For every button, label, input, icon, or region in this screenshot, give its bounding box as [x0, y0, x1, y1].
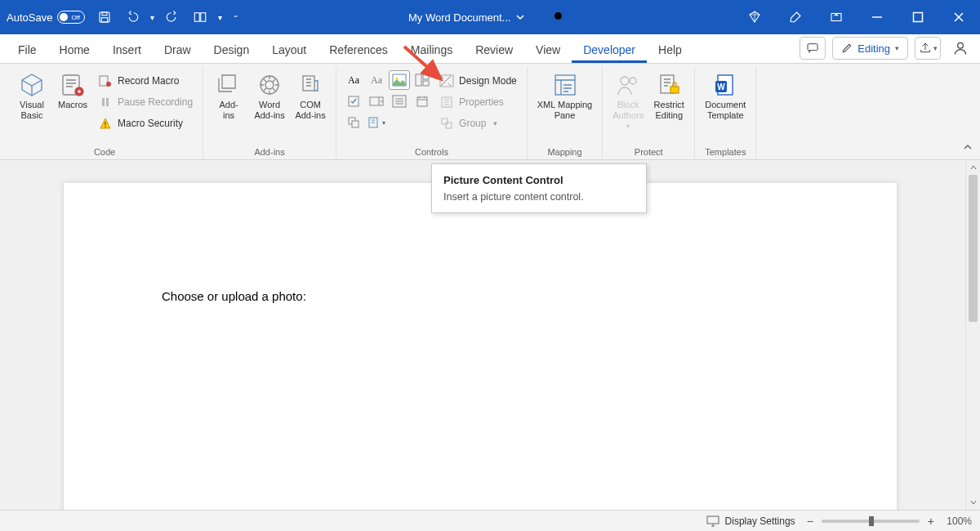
reading-view-icon[interactable] — [190, 7, 210, 27]
tab-design[interactable]: Design — [203, 38, 261, 63]
svg-rect-34 — [442, 118, 448, 124]
svg-rect-45 — [707, 516, 719, 524]
rich-text-control-icon[interactable]: Aa — [343, 70, 364, 90]
tab-help[interactable]: Help — [647, 38, 693, 63]
date-control-icon[interactable] — [412, 91, 433, 111]
scroll-up-icon[interactable] — [966, 160, 980, 175]
search-icon[interactable] — [550, 7, 569, 27]
autosave-toggle[interactable]: AutoSave Off — [7, 11, 85, 24]
scroll-down-icon[interactable] — [966, 495, 980, 510]
tab-review[interactable]: Review — [464, 38, 524, 63]
share-button[interactable]: ▾ — [915, 37, 941, 60]
group-label-controls: Controls — [415, 147, 448, 158]
com-addins-button[interactable]: COM Add-ins — [292, 70, 329, 123]
tab-mailings[interactable]: Mailings — [399, 38, 464, 63]
svg-rect-40 — [670, 87, 679, 93]
quick-access-toolbar: ▾ ▾ ⁼ — [95, 7, 238, 27]
picture-control-icon[interactable] — [389, 70, 410, 90]
xml-mapping-button[interactable]: XML Mapping Pane — [534, 70, 595, 123]
account-icon[interactable] — [947, 37, 973, 60]
record-macro-button[interactable]: Record Macro — [95, 72, 196, 90]
group-protect: Block Authors▾ Restrict Editing Protect — [603, 67, 695, 158]
save-icon[interactable] — [95, 7, 114, 27]
visual-basic-button[interactable]: Visual Basic — [13, 70, 51, 123]
svg-rect-8 — [808, 44, 817, 51]
pause-recording-button: Pause Recording — [95, 93, 196, 111]
macro-security-button[interactable]: Macro Security — [95, 114, 196, 132]
tab-file[interactable]: File — [7, 38, 48, 63]
tooltip-title: Picture Content Control — [443, 174, 635, 186]
ribbon-tabs: File Home Insert Draw Design Layout Refe… — [0, 34, 980, 64]
svg-rect-30 — [352, 121, 359, 127]
group-controls: Aa Aa ▾ Design Mode Properties Group▾ Co… — [336, 67, 528, 158]
properties-button: Properties — [436, 93, 520, 111]
tab-insert[interactable]: Insert — [101, 38, 153, 63]
group-label-mapping: Mapping — [547, 147, 581, 158]
legacy-tools-icon[interactable]: ▾ — [366, 113, 387, 132]
tooltip-body: Insert a picture content control. — [443, 191, 635, 203]
comments-icon[interactable] — [800, 37, 826, 60]
group-code: Visual Basic Macros Record Macro Pause R… — [7, 67, 203, 158]
combobox-control-icon[interactable] — [366, 91, 387, 111]
zoom-out-icon[interactable]: − — [807, 515, 813, 528]
dropdown-control-icon[interactable] — [389, 91, 410, 111]
svg-rect-2 — [102, 18, 109, 22]
group-label-code: Code — [94, 147, 115, 158]
group-label-protect: Protect — [635, 147, 663, 158]
tooltip-picture-control: Picture Content Control Insert a picture… — [431, 163, 647, 213]
document-page[interactable]: Choose or upload a photo: — [64, 183, 897, 510]
svg-rect-22 — [416, 74, 421, 86]
tab-layout[interactable]: Layout — [261, 38, 318, 63]
tab-draw[interactable]: Draw — [153, 38, 203, 63]
tab-references[interactable]: References — [318, 38, 399, 63]
svg-point-16 — [105, 126, 106, 127]
tab-developer[interactable]: Developer — [572, 38, 647, 63]
collapse-ribbon-icon[interactable] — [962, 141, 973, 156]
ribbon: Visual Basic Macros Record Macro Pause R… — [0, 64, 980, 160]
group-mapping: XML Mapping Pane Mapping — [528, 67, 603, 158]
scrollbar-thumb[interactable] — [969, 175, 978, 322]
zoom-slider[interactable] — [822, 520, 920, 523]
checkbox-control-icon[interactable] — [343, 91, 364, 111]
maximize-icon[interactable] — [903, 6, 933, 29]
repeating-control-icon[interactable] — [343, 113, 364, 132]
document-title[interactable]: My Word Document... — [408, 11, 525, 24]
vertical-scrollbar[interactable] — [965, 160, 980, 510]
zoom-level[interactable]: 100% — [942, 515, 972, 527]
ribbon-display-icon[interactable] — [822, 6, 851, 29]
group-button: Group▾ — [436, 114, 520, 132]
group-label-templates: Templates — [705, 147, 746, 158]
design-mode-button[interactable]: Design Mode — [436, 72, 520, 90]
svg-rect-7 — [914, 13, 923, 22]
undo-icon[interactable] — [122, 7, 142, 27]
building-block-control-icon[interactable] — [412, 70, 433, 90]
tab-view[interactable]: View — [524, 38, 572, 63]
svg-point-13 — [106, 82, 111, 87]
document-template-button[interactable]: WDocument Template — [702, 70, 749, 123]
addins-button[interactable]: Add- ins — [210, 70, 247, 123]
svg-rect-4 — [201, 13, 206, 22]
minimize-icon[interactable] — [862, 6, 892, 29]
zoom-in-icon[interactable]: + — [928, 515, 934, 528]
redo-icon[interactable] — [163, 7, 182, 27]
tab-home[interactable]: Home — [48, 38, 101, 63]
svg-rect-23 — [423, 74, 429, 79]
brush-icon[interactable] — [781, 6, 810, 29]
svg-rect-19 — [303, 76, 314, 91]
document-body-text[interactable]: Choose or upload a photo: — [162, 289, 306, 303]
macros-button[interactable]: Macros — [54, 70, 91, 112]
titlebar: AutoSave Off ▾ ▾ ⁼ My Word Document... — [0, 0, 980, 34]
premium-diamond-icon[interactable] — [740, 6, 769, 29]
restrict-editing-button[interactable]: Restrict Editing — [650, 70, 688, 123]
svg-rect-3 — [195, 13, 200, 22]
plain-text-control-icon[interactable]: Aa — [366, 70, 387, 90]
block-authors-button[interactable]: Block Authors▾ — [609, 70, 647, 132]
svg-text:W: W — [718, 83, 726, 91]
editing-mode-button[interactable]: Editing ▾ — [832, 37, 908, 60]
display-settings-button[interactable]: Display Settings — [702, 512, 799, 530]
svg-point-9 — [958, 42, 964, 48]
svg-rect-24 — [423, 81, 429, 86]
word-addins-button[interactable]: Word Add-ins — [251, 70, 288, 123]
close-icon[interactable] — [944, 6, 973, 29]
autosave-label: AutoSave — [7, 11, 52, 24]
